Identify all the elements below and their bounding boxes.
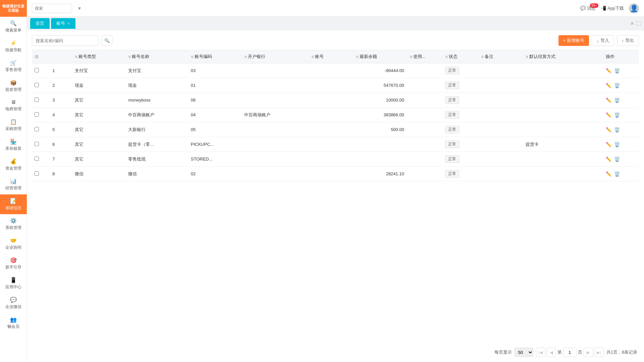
row-checkbox[interactable] — [35, 142, 39, 146]
th-balance[interactable]: ⇅ 最新余额 — [353, 50, 407, 63]
sidebar-item-quick-nav[interactable]: ⚡ 快捷导航 — [0, 37, 27, 56]
delete-icon[interactable]: 🗑️ — [614, 157, 620, 162]
cell-checkbox[interactable] — [32, 137, 50, 152]
prev-page-button[interactable]: ◀ — [547, 348, 556, 357]
export-button[interactable]: ↑ 导出 — [617, 35, 639, 46]
th-account[interactable]: ⇅ 账号 — [309, 50, 353, 63]
th-remark[interactable]: ⇅ 备注 — [478, 50, 523, 63]
edit-icon[interactable]: ✏️ — [606, 98, 611, 103]
th-action-label: 操作 — [606, 54, 614, 59]
th-status[interactable]: ⇅ 状态 — [442, 50, 478, 63]
status-badge: 正常 — [445, 170, 459, 178]
search-icon: 🔍 — [104, 38, 110, 43]
cell-seq: 8 — [50, 167, 72, 181]
row-checkbox[interactable] — [35, 157, 39, 161]
cell-type: 现金 — [72, 78, 126, 93]
row-checkbox[interactable] — [35, 127, 39, 131]
sidebar-item-search-menu[interactable]: 🔍 搜索菜单 — [0, 17, 27, 37]
cell-name: 现金 — [125, 78, 188, 93]
delete-icon[interactable]: 🗑️ — [614, 83, 620, 88]
cell-type: 其它 — [72, 93, 126, 108]
th-code[interactable]: ⇅ 账号编码 — [188, 50, 242, 63]
cell-checkbox[interactable] — [32, 93, 50, 108]
search-button[interactable]: 🔍 — [102, 35, 112, 46]
cell-checkbox[interactable] — [32, 152, 50, 167]
sidebar-item-enterprise-agreement[interactable]: 🤝 企业协同 — [0, 234, 27, 254]
sidebar-item-enterprise-wechat[interactable]: 💬 企业微信 — [0, 293, 27, 313]
sidebar-item-new-guide[interactable]: 🎯 新手引导 — [0, 254, 27, 274]
row-checkbox[interactable] — [35, 98, 39, 102]
cell-balance: 10000.00 — [353, 93, 407, 108]
basic-info-icon: 📝 — [10, 198, 17, 204]
th-name[interactable]: ⇅ 账号名称 — [125, 50, 188, 63]
last-page-button[interactable]: ▶| — [594, 348, 604, 357]
sidebar-item-purchase-mgmt[interactable]: 📋 采购管理 — [0, 115, 27, 135]
next-page-button[interactable]: ▶ — [584, 348, 593, 357]
edit-icon[interactable]: ✏️ — [606, 142, 611, 147]
cell-checkbox[interactable] — [32, 122, 50, 137]
th-bank[interactable]: ⇅ 开户银行 — [241, 50, 309, 63]
th-type[interactable]: ⇅ 账号类型 — [72, 50, 126, 63]
tab-expand-btn[interactable]: ⛶ — [636, 21, 641, 26]
cell-status: 正常 — [442, 108, 478, 122]
app-download-button[interactable]: 📲 App下载 — [601, 5, 624, 11]
app-center-icon: 📱 — [10, 277, 17, 283]
page-number-input[interactable] — [563, 348, 577, 357]
guide-icon: 🎯 — [10, 257, 17, 263]
edit-icon[interactable]: ✏️ — [606, 127, 611, 132]
edit-icon[interactable]: ✏️ — [606, 83, 611, 88]
sidebar-item-wholesale-mgmt[interactable]: 📦 批发管理 — [0, 76, 27, 96]
cell-checkbox[interactable] — [32, 108, 50, 122]
add-account-button[interactable]: + 新增账号 — [558, 35, 589, 46]
ecommerce-icon: 🖥 — [11, 99, 16, 105]
delete-icon[interactable]: 🗑️ — [614, 171, 620, 177]
first-page-button[interactable]: |◀ — [536, 348, 545, 357]
delete-icon[interactable]: 🗑️ — [614, 127, 620, 132]
sidebar-item-retail-mgmt[interactable]: 🛒 零售管理 — [0, 56, 27, 76]
sidebar-item-basic-info[interactable]: 📝 基础信息 — [0, 194, 27, 214]
table-row: 6 其它 提货卡（零... PICKUPC... 正常 提货卡 ✏️ 🗑️ — [32, 137, 639, 152]
row-checkbox[interactable] — [35, 171, 39, 176]
gear-icon[interactable]: ⚙ — [35, 54, 39, 59]
top-search-input[interactable] — [32, 4, 72, 13]
message-button[interactable]: 💬 消息 99+ — [580, 5, 596, 11]
edit-icon[interactable]: ✏️ — [606, 68, 611, 73]
sidebar-item-label: 搜索菜单 — [5, 27, 21, 33]
delete-icon[interactable]: 🗑️ — [614, 112, 620, 118]
tab-close-icon[interactable]: ✕ — [67, 21, 70, 26]
delete-icon[interactable]: 🗑️ — [614, 142, 620, 147]
sidebar-item-capital-mgmt[interactable]: 💰 资金管理 — [0, 155, 27, 175]
cell-name: moneybosx — [125, 93, 188, 108]
row-checkbox[interactable] — [35, 83, 39, 87]
sidebar-item-ecommerce-mgmt[interactable]: 🖥 电商管理 — [0, 96, 27, 115]
delete-icon[interactable]: 🗑️ — [614, 98, 620, 103]
dropdown-arrow-icon[interactable]: ▼ — [77, 6, 82, 11]
row-checkbox[interactable] — [35, 112, 39, 117]
sidebar-item-system-mgmt[interactable]: ⚙️ 系统管理 — [0, 214, 27, 234]
cell-checkbox[interactable] — [32, 167, 50, 181]
th-usage[interactable]: ⇅ 使用... — [407, 50, 442, 63]
message-badge: 99+ — [590, 3, 598, 8]
sidebar-item-inventory[interactable]: 🏪 库存核算 — [0, 135, 27, 155]
search-input[interactable] — [32, 35, 99, 46]
page-suffix: 页 — [578, 349, 582, 355]
tab-home[interactable]: 首页 — [30, 18, 50, 29]
user-avatar[interactable]: 👤 — [629, 3, 639, 13]
tab-close-btn[interactable]: ✕ — [630, 21, 634, 26]
page-size-select[interactable]: 50 100 200 — [515, 348, 533, 357]
delete-icon[interactable]: 🗑️ — [614, 68, 620, 73]
row-checkbox[interactable] — [35, 68, 39, 72]
th-settle[interactable]: ⇅ 默认结算方式 — [523, 50, 603, 63]
import-button[interactable]: ↓ 导入 — [592, 35, 614, 46]
cell-checkbox[interactable] — [32, 78, 50, 93]
edit-icon[interactable]: ✏️ — [606, 157, 611, 162]
edit-icon[interactable]: ✏️ — [606, 112, 611, 118]
th-seq — [50, 50, 72, 63]
edit-icon[interactable]: ✏️ — [606, 171, 611, 177]
cell-checkbox[interactable] — [32, 63, 50, 78]
sidebar-item-app-center[interactable]: 📱 应用中心 — [0, 274, 27, 293]
th-type-label: 账号类型 — [78, 54, 96, 60]
tab-account[interactable]: 账号 ✕ — [51, 18, 75, 29]
sidebar-item-operation-mgmt[interactable]: 📊 经营管理 — [0, 175, 27, 194]
sidebar-item-members[interactable]: 👥 畅会员 — [0, 313, 27, 333]
